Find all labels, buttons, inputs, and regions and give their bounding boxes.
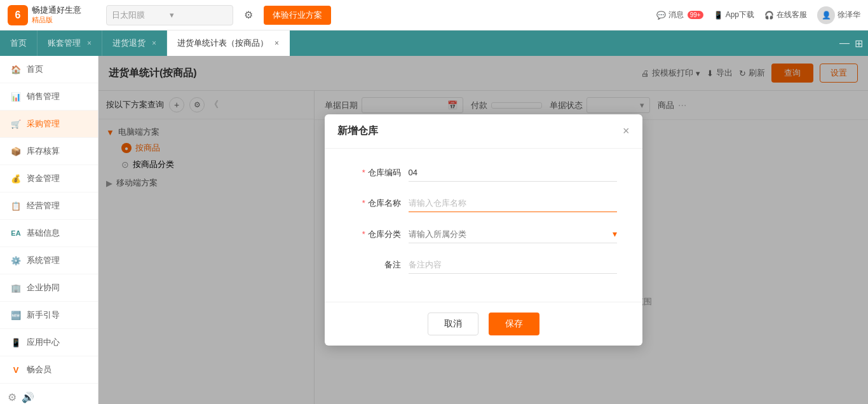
sidebar-item-vip[interactable]: V 畅会员 <box>0 356 98 384</box>
warehouse-name-input[interactable] <box>409 194 617 212</box>
app-edition: 精品版 <box>32 15 81 25</box>
home-icon: 🏠 <box>10 64 22 75</box>
mobile-icon: 📱 <box>714 11 723 20</box>
cancel-button[interactable]: 取消 <box>428 313 478 335</box>
search-dropdown-icon: ▾ <box>170 10 227 20</box>
tab-purchase-return-label: 进货退货 <box>112 37 146 49</box>
sidebar-item-operation[interactable]: 📋 经营管理 <box>0 192 98 220</box>
apps-icon: 📱 <box>10 337 22 348</box>
form-row-code: 仓库编码 <box>350 164 617 182</box>
tab-purchase-stats-label: 进货单统计表（按商品） <box>177 37 268 49</box>
sidebar-item-home[interactable]: 🏠 首页 <box>0 56 98 83</box>
message-icon: 💬 <box>656 11 666 20</box>
settings-bottom-icon[interactable]: ⚙ <box>8 391 17 403</box>
warehouse-code-input[interactable] <box>409 164 617 182</box>
sidebar-item-sales-label: 销售管理 <box>27 91 60 102</box>
tab-purchase-stats-close[interactable]: × <box>275 39 279 48</box>
sidebar-bottom: ⚙ 🔊 <box>0 384 98 404</box>
tab-purchase-stats[interactable]: 进货单统计表（按商品） × <box>167 30 290 56</box>
tab-account-label: 账套管理 <box>48 37 81 49</box>
sidebar-item-home-label: 首页 <box>27 64 43 75</box>
code-label: 仓库编码 <box>350 167 401 178</box>
operation-icon: 📋 <box>10 200 22 212</box>
modal-close-btn[interactable]: × <box>623 125 630 138</box>
inventory-icon: 📦 <box>10 145 22 157</box>
modal-header: 新增仓库 × <box>325 114 642 149</box>
form-row-remark: 备注 <box>350 256 617 274</box>
tab-maximize-icon[interactable]: ⊞ <box>855 37 863 50</box>
vip-icon: V <box>10 364 22 375</box>
form-row-category: 仓库分类 ▾ <box>350 225 617 243</box>
remark-input[interactable] <box>409 256 617 274</box>
sidebar-item-apps[interactable]: 📱 应用中心 <box>0 329 98 356</box>
message-badge: 99+ <box>688 11 703 19</box>
settings-icon[interactable]: ⚙ <box>238 5 259 25</box>
sidebar-item-inventory-label: 库存核算 <box>27 145 60 157</box>
sidebar-item-enterprise-label: 企业协同 <box>27 282 60 293</box>
tab-controls: — ⊞ <box>834 30 868 56</box>
sidebar-item-capital-label: 资金管理 <box>27 173 60 184</box>
tab-home-label: 首页 <box>10 37 27 49</box>
tab-purchase-return-close[interactable]: × <box>152 39 156 48</box>
sidebar-item-vip-label: 畅会员 <box>27 364 51 375</box>
sidebar-item-basic[interactable]: EA 基础信息 <box>0 220 98 247</box>
tab-bar: 首页 账套管理 × 进货退货 × 进货单统计表（按商品） × — ⊞ <box>0 30 868 56</box>
content-area: 进货单统计(按商品) 🖨 按模板打印 ▾ ⬇ 导出 ↻ 刷新 <box>98 56 868 404</box>
app-name: 畅捷通好生意 <box>32 5 81 16</box>
headset-icon: 🎧 <box>764 11 774 20</box>
avatar: 👤 <box>817 6 835 24</box>
remark-label: 备注 <box>350 259 401 271</box>
sidebar: 🏠 首页 📊 销售管理 🛒 采购管理 📦 库存核算 💰 资金管理 📋 经营管理 … <box>0 56 98 404</box>
header-right: 💬 消息 99+ 📱 App下载 🎧 在线客服 👤 徐泽华 <box>656 6 860 24</box>
modal-footer: 取消 保存 <box>325 302 642 346</box>
sidebar-item-purchase[interactable]: 🛒 采购管理 <box>0 111 98 138</box>
sidebar-item-guide[interactable]: 🆕 新手引导 <box>0 302 98 329</box>
category-label: 仓库分类 <box>350 229 401 240</box>
sidebar-item-operation-label: 经营管理 <box>27 200 60 212</box>
category-input[interactable] <box>409 229 613 239</box>
online-service-btn[interactable]: 🎧 在线客服 <box>764 10 807 20</box>
tab-account-close[interactable]: × <box>87 39 92 48</box>
sidebar-item-system[interactable]: ⚙️ 系统管理 <box>0 247 98 274</box>
system-icon: ⚙️ <box>10 255 22 266</box>
enterprise-icon: 🏢 <box>10 282 22 293</box>
sidebar-item-sales[interactable]: 📊 销售管理 <box>0 83 98 111</box>
modal-overlay: 新增仓库 × 仓库编码 仓库名称 仓库分类 <box>98 56 868 404</box>
sidebar-item-guide-label: 新手引导 <box>27 309 60 321</box>
basic-icon: EA <box>10 227 22 239</box>
save-button[interactable]: 保存 <box>489 313 539 335</box>
tab-purchase-return[interactable]: 进货退货 × <box>102 30 167 56</box>
name-label: 仓库名称 <box>350 198 401 209</box>
sidebar-item-basic-label: 基础信息 <box>27 227 60 239</box>
sidebar-item-capital[interactable]: 💰 资金管理 <box>0 165 98 192</box>
volume-icon[interactable]: 🔊 <box>22 391 34 403</box>
sidebar-item-apps-label: 应用中心 <box>27 337 60 348</box>
tab-account[interactable]: 账套管理 × <box>37 30 102 56</box>
tab-minimize-icon[interactable]: — <box>839 37 850 49</box>
category-dropdown-icon: ▾ <box>613 229 617 239</box>
purchase-icon: 🛒 <box>10 118 22 130</box>
tab-home[interactable]: 首页 <box>0 30 37 56</box>
guide-icon: 🆕 <box>10 309 22 321</box>
user-profile[interactable]: 👤 徐泽华 <box>817 6 860 24</box>
app-logo-icon: 6 <box>8 5 28 25</box>
form-row-name: 仓库名称 <box>350 194 617 212</box>
sidebar-item-purchase-label: 采购管理 <box>27 118 60 130</box>
sidebar-item-inventory[interactable]: 📦 库存核算 <box>0 138 98 165</box>
search-text: 日太阳膜 <box>112 10 170 21</box>
main-layout: 🏠 首页 📊 销售管理 🛒 采购管理 📦 库存核算 💰 资金管理 📋 经营管理 … <box>0 56 868 404</box>
capital-icon: 💰 <box>10 173 22 184</box>
add-warehouse-modal: 新增仓库 × 仓库编码 仓库名称 仓库分类 <box>325 114 642 346</box>
header-search[interactable]: 日太阳膜 ▾ <box>106 5 233 25</box>
logo-area: 6 畅捷通好生意 精品版 <box>8 5 106 25</box>
top-header: 6 畅捷通好生意 精品版 日太阳膜 ▾ ⚙ 体验行业方案 💬 消息 99+ 📱 … <box>0 0 868 30</box>
app-download-btn[interactable]: 📱 App下载 <box>714 10 754 20</box>
category-select[interactable]: ▾ <box>409 225 617 243</box>
sidebar-item-system-label: 系统管理 <box>27 255 60 266</box>
modal-title: 新增仓库 <box>337 125 378 138</box>
modal-body: 仓库编码 仓库名称 仓库分类 ▾ <box>325 149 642 302</box>
trial-button[interactable]: 体验行业方案 <box>264 6 331 25</box>
sidebar-item-enterprise[interactable]: 🏢 企业协同 <box>0 274 98 302</box>
sales-icon: 📊 <box>10 91 22 102</box>
message-btn[interactable]: 💬 消息 99+ <box>656 10 703 20</box>
